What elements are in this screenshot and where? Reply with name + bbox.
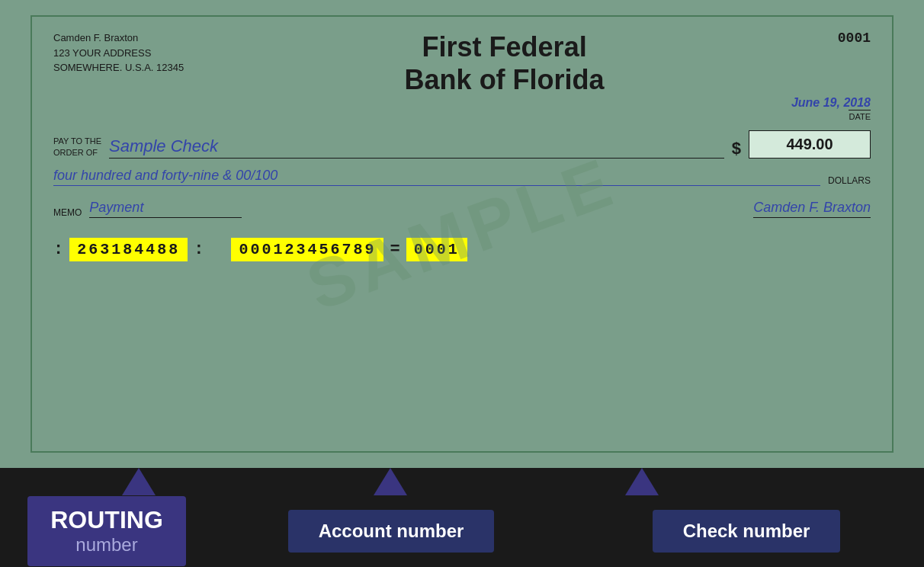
signature-section: Camden F. Braxton bbox=[257, 200, 871, 218]
payto-line: Sample Check bbox=[109, 136, 724, 159]
routing-label-section: ROUTING number bbox=[0, 495, 213, 567]
address-line1: 123 YOUR ADDRESS bbox=[53, 46, 184, 61]
payto-label: PAY TO THE ORDER OF bbox=[53, 136, 101, 159]
amount-box: 449.00 bbox=[749, 130, 871, 159]
payto-name: Sample Check bbox=[109, 136, 218, 155]
check-label-pill: Check number bbox=[653, 510, 841, 553]
micr-transit-close: : bbox=[194, 240, 204, 259]
check-container: SAMPLE Camden F. Braxton 123 YOUR ADDRES… bbox=[0, 0, 924, 468]
account-label-text: Account number bbox=[319, 521, 464, 541]
micr-line: : 263184488 : 000123456789 = 0001 bbox=[53, 238, 871, 261]
dollar-sign: $ bbox=[732, 139, 741, 159]
date-value: June 19, 2018 bbox=[791, 96, 871, 110]
bottom-labels: ROUTING number Account number Check numb… bbox=[0, 468, 924, 567]
memo-label: MEMO bbox=[53, 207, 82, 218]
routing-subtitle: number bbox=[50, 534, 163, 556]
check-arrow bbox=[625, 468, 659, 495]
signature-value: Camden F. Braxton bbox=[753, 200, 871, 215]
routing-title: ROUTING bbox=[50, 507, 163, 533]
address-block: Camden F. Braxton 123 YOUR ADDRESS SOMEW… bbox=[53, 30, 184, 75]
row-memo: MEMO Payment Camden F. Braxton bbox=[53, 200, 871, 218]
amount-words: four hundred and forty-nine & 00/100 bbox=[53, 168, 820, 186]
bottom-inner: ROUTING number Account number Check numb… bbox=[0, 495, 924, 567]
micr-transit-open: : bbox=[53, 240, 63, 259]
micr-routing-number: 263184488 bbox=[69, 238, 188, 261]
memo-value: Payment bbox=[89, 200, 242, 218]
micr-separator: = bbox=[390, 240, 399, 259]
micr-account-number: 000123456789 bbox=[231, 238, 383, 261]
owner-name: Camden F. Braxton bbox=[53, 30, 184, 46]
check-number-top: 0001 bbox=[825, 30, 871, 46]
account-arrow bbox=[374, 468, 407, 495]
check-label-text: Check number bbox=[683, 521, 810, 541]
check-border: SAMPLE Camden F. Braxton 123 YOUR ADDRES… bbox=[30, 15, 894, 453]
row-payto: PAY TO THE ORDER OF Sample Check $ 449.0… bbox=[53, 130, 871, 159]
micr-check-number: 0001 bbox=[406, 238, 467, 261]
row-top: Camden F. Braxton 123 YOUR ADDRESS SOMEW… bbox=[53, 30, 871, 96]
bank-name: First Federal Bank of Florida bbox=[184, 30, 825, 96]
row-words: four hundred and forty-nine & 00/100 DOL… bbox=[53, 168, 871, 186]
date-section: June 19, 2018 DATE bbox=[791, 96, 871, 121]
account-label-section: Account number bbox=[213, 495, 569, 567]
routing-arrow bbox=[122, 468, 156, 495]
dollars-label: DOLLARS bbox=[828, 175, 871, 186]
address-line2: SOMEWHERE. U.S.A. 12345 bbox=[53, 60, 184, 75]
row-date: June 19, 2018 DATE bbox=[53, 96, 871, 121]
check-label-section: Check number bbox=[569, 495, 924, 567]
date-label: DATE bbox=[849, 110, 871, 121]
account-label-pill: Account number bbox=[288, 510, 495, 553]
memo-section: MEMO Payment bbox=[53, 200, 242, 218]
